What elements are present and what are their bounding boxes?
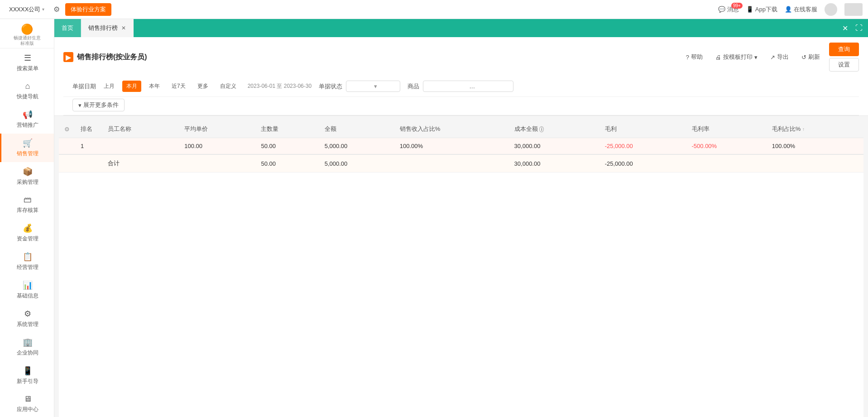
print-button[interactable]: 🖨 按模板打印 ▾ [712,51,761,63]
trial-button[interactable]: 体验行业方案 [65,3,111,16]
top-bar-left: XXXXX公司 ▾ ⚙ 体验行业方案 [5,3,718,16]
inventory-icon: 🗃 [24,195,32,205]
page-back-icon[interactable]: ▶ [63,52,73,62]
date-filter-group: 单据日期 上月 本月 本年 近7天 更多 自定义 [72,81,240,92]
online-service-button[interactable]: 👤 在线客服 [785,5,817,14]
th-amount: 全额 [319,120,394,138]
cell-settings [59,138,75,155]
tab-bar-right: ✕ ⛶ [840,22,868,34]
footer-empty-4 [394,154,509,173]
chevron-down-icon: ▾ [42,7,44,12]
company-name: XXXXX公司 [9,5,40,14]
goods-input[interactable]: … [423,81,513,92]
date-btn-this-month[interactable]: 本月 [122,81,141,92]
export-icon: ↗ [770,54,775,61]
user-menu[interactable] [844,3,863,16]
column-settings-icon[interactable]: ⚙ [64,126,70,133]
sidebar-item-operations[interactable]: 📋 经营管理 [0,247,54,276]
apps-icon: 🖥 [24,394,32,404]
status-select[interactable]: ▾ [346,81,400,92]
th-gross: 毛利 [599,120,686,138]
operations-icon: 📋 [23,252,33,262]
refresh-button[interactable]: ↺ 刷新 [798,51,824,63]
sidebar-item-label: 采购管理 [17,178,38,186]
sidebar-item-enterprise[interactable]: 🏢 企业协同 [0,333,54,361]
export-button[interactable]: ↗ 导出 [767,51,792,63]
sidebar-item-search[interactable]: ☰ 搜索菜单 [0,48,54,77]
footer-empty-6 [767,154,863,173]
tab-home[interactable]: 首页 [54,19,81,37]
purchase-icon: 📦 [23,167,33,177]
cell-avg-price: 100.00 [179,138,255,155]
date-btn-7days[interactable]: 近7天 [168,81,190,92]
content-area: 首页 销售排行榜 ✕ ✕ ⛶ ▶ 销售排行榜(按业务员) [54,19,868,417]
tab-sales-ranking[interactable]: 销售排行榜 ✕ [81,19,134,37]
avatar[interactable] [825,3,837,16]
sidebar-item-sales[interactable]: 🛒 销售管理 [0,134,54,162]
app-icon: 📱 [746,6,753,13]
sidebar-item-finance[interactable]: 💰 资金管理 [0,219,54,247]
sidebar-item-label: 应用中心 [17,406,38,413]
table-header-row: ⚙ 排名 员工名称 平均单价 主数量 全额 销售收入占比% 成本全额 i 毛利 … [59,120,863,138]
sales-icon: 🛒 [23,138,33,148]
sidebar-item-inventory[interactable]: 🗃 库存核算 [0,191,54,219]
company-selector[interactable]: XXXXX公司 ▾ [5,4,48,15]
logo-icon: 🟠 [21,24,33,35]
sidebar-item-label: 新手引导 [17,378,38,385]
expand-button[interactable]: ▾ 展开更多条件 [72,99,125,111]
cell-rank: 1 [75,138,102,155]
sidebar-item-apps[interactable]: 🖥 应用中心 [0,390,54,417]
top-settings-icon[interactable]: ⚙ [52,3,62,15]
page-settings-button[interactable]: 设置 [829,58,859,72]
main-layout: 🟠 畅捷通好生意标准版 ☰ 搜索菜单 ⌂ 快捷导航 📢 营销推广 🛒 销售管理 … [0,19,868,417]
cell-sales-pct: 100.00% [394,138,509,155]
message-icon: 💬 [718,6,725,13]
cell-qty: 50.00 [255,138,319,155]
logo-area: 🟠 畅捷通好生意标准版 [0,19,54,48]
cell-name [102,138,179,155]
sidebar-item-system[interactable]: ⚙ 系统管理 [0,304,54,333]
date-btn-more[interactable]: 更多 [193,81,212,92]
th-avg-price: 平均单价 [179,120,255,138]
tab-close-icon[interactable]: ✕ [121,25,126,31]
table-footer-row: 合计 50.00 5,000.00 30,000.00 -25,000.00 [59,154,863,173]
refresh-icon: ↺ [801,54,806,61]
date-btn-this-year[interactable]: 本年 [145,81,164,92]
footer-qty: 50.00 [255,154,319,173]
query-button[interactable]: 查询 [829,43,859,56]
header-actions: ? 帮助 🖨 按模板打印 ▾ ↗ 导出 ↺ [682,43,859,72]
tab-close-all-icon[interactable]: ✕ [840,22,850,34]
goods-dots-icon[interactable]: … [469,83,509,90]
service-icon: 👤 [785,6,792,13]
goods-filter-group: 商品 … [408,81,513,92]
cell-gross-rate: -500.00% [686,138,767,155]
date-btn-custom[interactable]: 自定义 [216,81,240,92]
page-title-row: ▶ 销售排行榜(按业务员) ? 帮助 🖨 按模板打印 ▾ [63,43,859,76]
sidebar-item-purchase[interactable]: 📦 采购管理 [0,162,54,191]
sidebar-item-basic-info[interactable]: 📊 基础信息 [0,276,54,304]
th-settings[interactable]: ⚙ [59,120,75,138]
sidebar-item-guide[interactable]: 📱 新手引导 [0,361,54,390]
page-header: ▶ 销售排行榜(按业务员) ? 帮助 🖨 按模板打印 ▾ [54,37,868,116]
top-bar: XXXXX公司 ▾ ⚙ 体验行业方案 💬 消息 99+ 📱 App下载 👤 在线… [0,0,868,19]
basic-info-icon: 📊 [23,280,33,290]
date-btn-last-month[interactable]: 上月 [100,81,119,92]
sidebar-item-label: 销售管理 [17,150,38,158]
app-download-label: App下载 [755,5,777,14]
help-icon: ? [686,54,689,61]
page-content: ▶ 销售排行榜(按业务员) ? 帮助 🖨 按模板打印 ▾ [54,37,868,417]
footer-empty-3 [179,154,255,173]
app-download-button[interactable]: 📱 App下载 [746,5,777,14]
sidebar-item-label: 快捷导航 [17,93,38,101]
status-filter-group: 单据状态 ▾ [319,81,400,92]
tab-restore-icon[interactable]: ⛶ [854,22,864,34]
table-row: 1 100.00 50.00 5,000.00 100.00% 30,000.0… [59,138,863,155]
help-button[interactable]: ? 帮助 [682,51,706,63]
sidebar-item-marketing[interactable]: 📢 营销推广 [0,105,54,134]
sidebar-item-label: 经营管理 [17,264,38,271]
footer-label: 合计 [102,154,179,173]
home-icon: ⌂ [25,81,30,91]
sidebar-item-quick-nav[interactable]: ⌂ 快捷导航 [0,77,54,105]
sidebar-item-label: 库存核算 [17,206,38,214]
message-button[interactable]: 💬 消息 99+ [718,5,739,14]
